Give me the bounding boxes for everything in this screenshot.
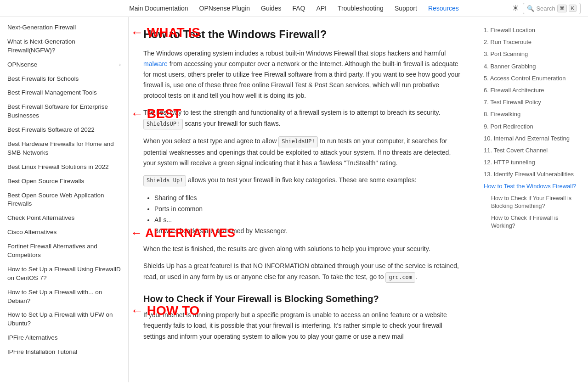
sidebar-item-best-firewalls-2022[interactable]: Best Firewalls Software of 2022 bbox=[0, 123, 128, 137]
sidebar-item-ngf[interactable]: Next-Generation Firewall bbox=[0, 21, 128, 35]
nav-support[interactable]: Support bbox=[395, 5, 417, 12]
sidebar-item-ngfw[interactable]: What is Next-Generation Firewall(NGFW)? bbox=[0, 35, 128, 58]
nav-main-docs[interactable]: Main Documentation bbox=[129, 5, 188, 12]
list-item: Ports in common bbox=[154, 204, 463, 215]
toc-item-13[interactable]: 13. Identify Firewall Vulnerabilities bbox=[484, 168, 582, 180]
content-wrapper: ← WHAT IS ← BEST ← ALTERNATIVES ← HOW TO… bbox=[129, 17, 588, 382]
toc-item-11[interactable]: 11. Test Covert Channel bbox=[484, 145, 582, 157]
paragraph-3: When you select a test type and agree to… bbox=[143, 136, 463, 168]
theme-toggle-button[interactable]: ☀ bbox=[512, 3, 519, 13]
intro-paragraph-1: The Windows operating system includes a … bbox=[143, 48, 463, 101]
malware-link[interactable]: malware bbox=[143, 60, 168, 67]
shieldsup-badge-1: ShieldsUP! bbox=[143, 119, 183, 130]
sidebar-item-best-oss-waf[interactable]: Best Open Source Web Application Firewal… bbox=[0, 189, 128, 212]
nav-opnsense-plugin[interactable]: OPNsense Plugin bbox=[199, 5, 250, 12]
section2-paragraph-1: If your internet is running properly but… bbox=[143, 310, 463, 341]
page-layout: Next-Generation Firewall What is Next-Ge… bbox=[0, 17, 588, 382]
sidebar-item-ipfire-tutorial[interactable]: IPFire Installation Tutorial bbox=[0, 345, 128, 359]
sidebar-item-setup-debian[interactable]: How to Set Up a Firewall with... on Debi… bbox=[0, 285, 128, 308]
nav-resources[interactable]: Resources bbox=[428, 5, 459, 12]
left-sidebar: Next-Generation Firewall What is Next-Ge… bbox=[0, 17, 129, 382]
search-label: Search bbox=[536, 5, 555, 12]
sidebar-item-best-hw-firewalls[interactable]: Best Hardware Firewalls for Home and SMB… bbox=[0, 137, 128, 160]
toc-item-10[interactable]: 10. Internal And External Testing bbox=[484, 133, 582, 145]
search-icon: 🔍 bbox=[527, 5, 534, 12]
intro-paragraph-2: The best way to test the strength and fu… bbox=[143, 107, 463, 129]
sidebar-item-ipfire-alt[interactable]: IPFire Alternatives bbox=[0, 331, 128, 345]
main-content: How to Test the Windows Firewall? The Wi… bbox=[129, 17, 478, 382]
toc-item-8[interactable]: 8. Firewalking bbox=[484, 108, 582, 120]
paragraph-4: Shields Up! allows you to test your fire… bbox=[143, 175, 463, 186]
toc-item-12[interactable]: 12. HTTP tunneling bbox=[484, 157, 582, 168]
sidebar-item-best-firewall-mgmt[interactable]: Best Firewall Management Tools bbox=[0, 86, 128, 100]
paragraph-6: Shields Up has a great feature! Is that … bbox=[143, 261, 463, 283]
toc-item-1[interactable]: 1. Firewall Location bbox=[484, 24, 582, 36]
shields-up-code: Shields Up! bbox=[143, 175, 186, 186]
sidebar-item-opnsense[interactable]: OPNsense › bbox=[0, 58, 128, 72]
search-kbd1: ⌘ bbox=[557, 5, 567, 12]
toc-item-windows-firewall[interactable]: How to Test the Windows Firewall? bbox=[484, 180, 582, 192]
toc-item-4[interactable]: 4. Banner Grabbing bbox=[484, 61, 582, 73]
nav-faq[interactable]: FAQ bbox=[292, 5, 305, 12]
nav-troubleshooting[interactable]: Troubleshooting bbox=[338, 5, 384, 12]
nav-api[interactable]: API bbox=[316, 5, 327, 12]
toc-item-5[interactable]: 5. Access Control Enumeration bbox=[484, 73, 582, 84]
toc-item-3[interactable]: 3. Port Scanning bbox=[484, 48, 582, 60]
paragraph-5: When the test is finished, the results a… bbox=[143, 244, 463, 254]
search-box[interactable]: 🔍 Search ⌘ K bbox=[523, 3, 581, 14]
toc-item-6[interactable]: 6. Firewall Architecture bbox=[484, 84, 582, 96]
toc-item-9[interactable]: 9. Port Redirection bbox=[484, 121, 582, 133]
sidebar-item-best-firewalls-schools[interactable]: Best Firewalls for Schools bbox=[0, 72, 128, 86]
sidebar-item-best-linux-firewall[interactable]: Best Linux Firewall Solutions in 2022 bbox=[0, 160, 128, 174]
sidebar-item-setup-ufw[interactable]: How to Set Up a Firewall with UFW on Ubu… bbox=[0, 308, 128, 331]
sidebar-item-best-oss-firewalls[interactable]: Best Open Source Firewalls bbox=[0, 174, 128, 189]
toc-item-7[interactable]: 7. Test Firewall Policy bbox=[484, 96, 582, 108]
list-item: Browser headers are spammed by Messenger… bbox=[154, 226, 463, 237]
grc-badge: grc.com bbox=[385, 272, 415, 283]
bullet-list: Sharing of files Ports in common All s..… bbox=[154, 193, 463, 236]
sidebar-item-fortinet-alt[interactable]: Fortinet Firewall Alternatives and Compe… bbox=[0, 240, 128, 263]
sidebar-item-checkpoint-alt[interactable]: Check Point Alternatives bbox=[0, 211, 128, 225]
section2-title: How to Check if Your Firewall is Blockin… bbox=[143, 294, 463, 304]
list-item: All s... bbox=[154, 215, 463, 226]
toc-item-2[interactable]: 2. Run Traceroute bbox=[484, 36, 582, 48]
sidebar-item-best-firewall-enterprise[interactable]: Best Firewall Software for Enterprise Bu… bbox=[0, 100, 128, 123]
sidebar-item-setup-centos[interactable]: How to Set Up a Firewall Using FirewallD… bbox=[0, 263, 128, 285]
chevron-right-icon: › bbox=[119, 61, 121, 69]
shieldsup-badge-2: ShieldsUP! bbox=[278, 136, 318, 147]
page-title: How to Test the Windows Firewall? bbox=[143, 28, 463, 41]
nav-guides[interactable]: Guides bbox=[261, 5, 281, 12]
sidebar-item-cisco-alt[interactable]: Cisco Alternatives bbox=[0, 225, 128, 240]
toc-sidebar: 1. Firewall Location 2. Run Traceroute 3… bbox=[478, 17, 588, 382]
nav-right-controls: ☀ 🔍 Search ⌘ K bbox=[512, 3, 581, 14]
toc-item-working[interactable]: How to Check if Firewall is Working? bbox=[484, 213, 582, 232]
top-navigation: Main Documentation OPNsense Plugin Guide… bbox=[0, 0, 588, 17]
toc-item-blocking[interactable]: How to Check if Your Firewall is Blockin… bbox=[484, 193, 582, 213]
list-item: Sharing of files bbox=[154, 193, 463, 204]
search-kbd2: K bbox=[569, 5, 577, 12]
